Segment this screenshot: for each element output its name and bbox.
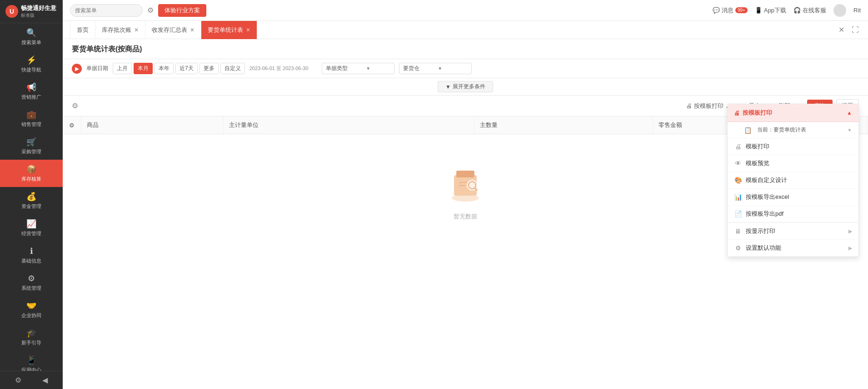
svg-rect-6 [459, 182, 468, 183]
sidebar-item-search[interactable]: 🔍 搜索菜单 [0, 23, 63, 51]
trial-btn[interactable]: 体验行业方案 [158, 4, 206, 17]
empty-state-icon [443, 162, 488, 207]
sidebar-nav: 🔍 搜索菜单 ⚡ 快捷导航 📢 营销推广 💼 销售管理 🛒 采购管理 📦 库存核… [0, 23, 63, 371]
app-download-btn[interactable]: 📱 App下载 [755, 6, 786, 15]
dropdown-header: 🖨 按模板打印 ▲ [728, 104, 858, 122]
table-settings-icon[interactable]: ⚙ [72, 101, 78, 110]
date-btn-7days[interactable]: 近7天 [175, 63, 198, 74]
sidebar-item-basicinfo[interactable]: ℹ 基础信息 [0, 242, 63, 269]
user-avatar[interactable] [833, 4, 846, 17]
sidebar-item-sales[interactable]: 💼 销售管理 [0, 105, 63, 132]
export-pdf-label: 按模板导出pdf [746, 210, 852, 218]
dropdown-item-export-excel[interactable]: 📊 按模板导出excel [728, 189, 858, 206]
col-unit: 主计量单位 [223, 116, 474, 134]
expand-more-icon: ▼ [445, 84, 451, 90]
current-template-icon: 📋 [744, 126, 752, 134]
tabbar-end: ✕ ⛶ [837, 24, 861, 36]
dropdown-item-template-design[interactable]: 🎨 模板自定义设计 [728, 172, 858, 189]
marketing-icon: 📢 [26, 82, 36, 92]
order-type-label: 单据类型 [326, 65, 348, 72]
date-btn-this-month[interactable]: 本月 [134, 63, 153, 74]
quicknav-icon: ⚡ [26, 55, 36, 65]
tab-receipt-summary-label: 收发存汇总表 [152, 26, 187, 34]
template-design-label: 模板自定义设计 [746, 176, 852, 184]
tabbar-close-all-btn[interactable]: ✕ [837, 24, 846, 36]
online-service-btn[interactable]: 🎧 在线客服 [793, 6, 826, 15]
newguide-icon: 🎓 [26, 328, 36, 338]
sidebar-item-inventory[interactable]: 📦 库存核算 [0, 160, 63, 187]
dropdown-item-template-print[interactable]: 🖨 模板打印 [728, 138, 858, 155]
date-btn-last-month[interactable]: 上月 [113, 63, 132, 74]
topbar-gear-icon[interactable]: ⚙ [147, 6, 154, 15]
date-group: 上月 本月 本年 近7天 更多 自定义 [113, 63, 245, 74]
current-template-arrow-icon: ▼ [847, 127, 852, 133]
display-print-icon: 🖥 [734, 227, 742, 235]
printer-icon: 🖨 [686, 102, 692, 109]
sidebar-item-system[interactable]: ⚙ 系统管理 [0, 269, 63, 296]
topbar-right: 💬 消息 99+ 📱 App下载 🎧 在线客服 Rit [713, 4, 861, 17]
sidebar-item-quicknav[interactable]: ⚡ 快捷导航 [0, 51, 63, 78]
required-goods-select[interactable]: 要货仓 ▼ [399, 63, 472, 74]
date-btn-more[interactable]: 更多 [200, 63, 219, 74]
set-default-icon: ⚙ [734, 244, 742, 252]
template-print-label: 模板打印 [746, 142, 852, 151]
sidebar-item-enterprise[interactable]: 🤝 企业协同 [0, 296, 63, 323]
sidebar-item-marketing[interactable]: 📢 营销推广 [0, 78, 63, 105]
template-design-icon: 🎨 [734, 177, 742, 184]
date-btn-custom[interactable]: 自定义 [220, 63, 245, 74]
export-excel-icon: 📊 [734, 193, 742, 201]
app-logo-text: 畅捷通好生意 标准版 [21, 5, 56, 18]
filter-expand-btn[interactable]: ▶ [72, 64, 82, 74]
sidebar: U 畅捷通好生意 标准版 🔍 搜索菜单 ⚡ 快捷导航 📢 营销推广 💼 销售管理… [0, 0, 63, 389]
messages-btn[interactable]: 💬 消息 99+ [713, 6, 748, 15]
tab-home[interactable]: 首页 [70, 21, 95, 39]
dropdown-header-left: 🖨 按模板打印 [734, 109, 772, 117]
sidebar-item-operations[interactable]: 📈 经营管理 [0, 214, 63, 242]
tab-receipt-summary[interactable]: 收发存汇总表 ✕ [145, 21, 201, 39]
dropdown-item-display-print[interactable]: 🖥 按显示打印 ▶ [728, 223, 858, 240]
sidebar-item-newguide[interactable]: 🎓 新手引导 [0, 323, 63, 351]
order-type-select[interactable]: 单据类型 ▼ [322, 63, 394, 74]
dropdown-item-export-pdf[interactable]: 📄 按模板导出pdf [728, 206, 858, 222]
basicinfo-icon: ℹ [30, 246, 33, 256]
date-range-text: 2023-06-01 至 2023-06-30 [249, 65, 309, 72]
sidebar-item-finance[interactable]: 💰 资金管理 [0, 187, 63, 214]
tabbar-maximize-btn[interactable]: ⛶ [850, 24, 861, 36]
svg-rect-2 [456, 171, 474, 177]
topbar-left: ⚙ 体验行业方案 [70, 4, 206, 17]
sidebar-collapse-btn[interactable]: ◀ [42, 376, 48, 384]
tab-order-stats[interactable]: 要货单统计表 ✕ [201, 21, 257, 39]
col-settings[interactable]: ⚙ [63, 116, 81, 134]
dropdown-close-icon[interactable]: ▲ [847, 110, 852, 116]
date-filter-label: 单据日期 [86, 65, 108, 72]
tab-order-stats-close[interactable]: ✕ [246, 27, 250, 33]
page-content: 要货单统计表(按商品) ▶ 单据日期 上月 本月 本年 近7天 更多 自定义 2… [63, 39, 868, 389]
tab-inventory-batch[interactable]: 库存批次账 ✕ [95, 21, 145, 39]
tab-inventory-batch-close[interactable]: ✕ [134, 27, 139, 33]
tab-receipt-summary-close[interactable]: ✕ [190, 27, 195, 33]
required-goods-arrow-icon: ▼ [438, 66, 442, 71]
app-download-label: App下载 [764, 6, 786, 15]
dropdown-header-right: ▲ [847, 110, 852, 116]
sidebar-item-purchase[interactable]: 🛒 采购管理 [0, 132, 63, 160]
sidebar-settings-btn[interactable]: ⚙ [15, 376, 21, 384]
purchase-icon: 🛒 [26, 137, 36, 147]
dropdown-current-template[interactable]: 📋 当前：要货单统计表 ▼ [728, 122, 858, 138]
print-dropdown-popup: 🖨 按模板打印 ▲ 📋 当前：要货单统计表 ▼ 🖨 模板打印 👁 模板预览 [727, 104, 859, 257]
expand-more-btn[interactable]: ▼ 展开更多条件 [438, 81, 493, 92]
expand-more-label: 展开更多条件 [453, 83, 485, 91]
sidebar-item-appcenter[interactable]: 📱 应用中心 [0, 351, 63, 371]
date-btn-this-year[interactable]: 本年 [155, 63, 174, 74]
topbar-search-input[interactable] [70, 4, 143, 17]
dropdown-printer-icon: 🖨 [734, 110, 740, 116]
template-preview-icon: 👁 [734, 160, 742, 167]
tab-order-stats-label: 要货单统计表 [208, 26, 243, 34]
dropdown-item-set-default[interactable]: ⚙ 设置默认功能 ▶ [728, 240, 858, 257]
sales-icon: 💼 [26, 110, 36, 120]
export-pdf-icon: 📄 [734, 210, 742, 217]
col-product: 商品 [81, 116, 223, 134]
dropdown-item-template-preview[interactable]: 👁 模板预览 [728, 155, 858, 172]
user-name: Rit [853, 7, 861, 14]
system-icon: ⚙ [28, 273, 35, 283]
message-icon: 💬 [713, 7, 720, 14]
